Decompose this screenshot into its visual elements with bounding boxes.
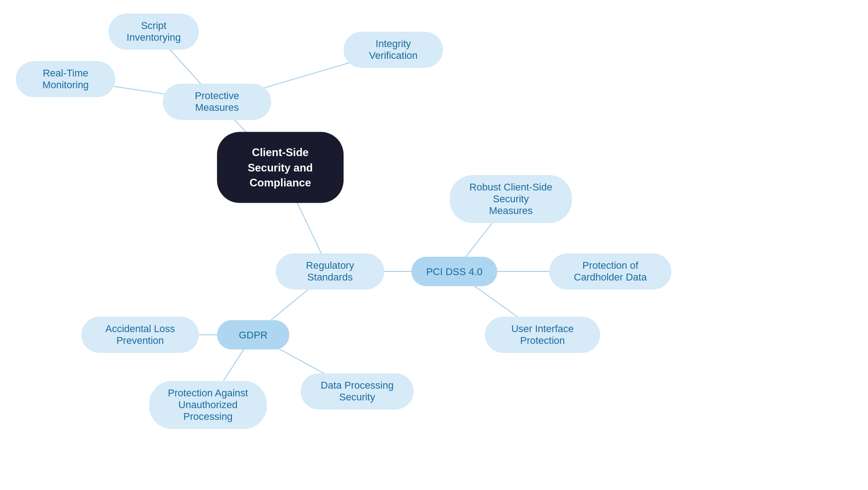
node-robustClientSide[interactable]: Robust Client-Side Security Measures (450, 175, 572, 223)
node-label-gdpr: GDPR (239, 329, 268, 341)
node-protectionCardholder[interactable]: Protection of Cardholder Data (549, 253, 671, 290)
node-scriptInventorying[interactable]: Script Inventorying (108, 14, 199, 50)
node-userInterfaceProtection[interactable]: User Interface Protection (485, 317, 600, 353)
node-dataProcessingSecurity[interactable]: Data Processing Security (301, 373, 414, 409)
node-label-accidentalLossPrevention: Accidental Loss Prevention (94, 323, 186, 347)
node-label-robustClientSide: Robust Client-Side Security Measures (462, 181, 559, 217)
node-label-dataProcessingSecurity: Data Processing Security (313, 380, 401, 403)
node-label-protectionCardholder: Protection of Cardholder Data (562, 260, 659, 283)
node-pciDss[interactable]: PCI DSS 4.0 (411, 257, 497, 286)
node-realTimeMonitoring[interactable]: Real-Time Monitoring (16, 61, 115, 97)
node-label-center: Client-Side Security and Compliance (235, 145, 326, 190)
mindmap-container: Client-Side Security and ComplianceProte… (0, 0, 868, 490)
node-label-protectionUnauthorized: Protection Against Unauthorized Processi… (162, 387, 254, 423)
node-center[interactable]: Client-Side Security and Compliance (217, 132, 344, 203)
node-gdpr[interactable]: GDPR (217, 320, 289, 350)
node-protectiveMeasures[interactable]: Protective Measures (163, 84, 271, 120)
node-label-pciDss: PCI DSS 4.0 (426, 266, 483, 277)
node-accidentalLossPrevention[interactable]: Accidental Loss Prevention (81, 317, 199, 353)
node-label-protectiveMeasures: Protective Measures (175, 90, 259, 114)
node-regulatoryStandards[interactable]: Regulatory Standards (276, 253, 384, 290)
node-label-integrityVerification: Integrity Verification (356, 38, 430, 62)
node-integrityVerification[interactable]: Integrity Verification (344, 32, 443, 68)
node-protectionUnauthorized[interactable]: Protection Against Unauthorized Processi… (149, 381, 267, 429)
node-label-scriptInventorying: Script Inventorying (121, 20, 186, 43)
node-label-regulatoryStandards: Regulatory Standards (288, 260, 372, 283)
node-label-realTimeMonitoring: Real-Time Monitoring (28, 67, 103, 91)
connections-svg (0, 0, 868, 490)
node-label-userInterfaceProtection: User Interface Protection (498, 323, 588, 347)
